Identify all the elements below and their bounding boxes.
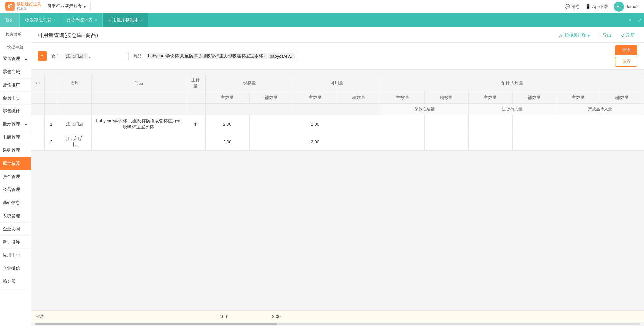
sidebar-item-sys-mgmt[interactable]: 系统管理 <box>0 209 31 223</box>
scrollbar-area <box>31 322 644 326</box>
sidebar-item-finance-mgmt[interactable]: 资金管理 <box>0 170 31 183</box>
col-unit-sub <box>185 92 206 104</box>
warehouse-more-dots[interactable]: ... <box>89 54 93 59</box>
sidebar-item-new-guide[interactable]: 新手引导 <box>0 236 31 249</box>
row1-settings <box>31 115 45 133</box>
org-name: 母婴行业演示账套 <box>47 3 82 9</box>
row2-purchased-main <box>381 133 425 151</box>
col-pending-aux-label: 辅数量 <box>512 92 556 104</box>
sidebar-item-member2[interactable]: 畅会员 <box>0 275 31 288</box>
refresh-icon: ↺ <box>621 33 625 38</box>
template-print-label: 按模板打印 <box>565 32 586 38</box>
search-menu-button[interactable]: 搜索菜单 <box>3 30 28 39</box>
row2-available-main: 2.00 <box>293 133 337 151</box>
row1-purchased-aux <box>425 115 469 133</box>
nav-tab-order-label: 要货单统计表 <box>66 17 93 23</box>
template-print-button[interactable]: 🖨 按模板打印 ▾ <box>556 31 593 40</box>
org-selector[interactable]: 母婴行业演示账套 ▾ <box>44 2 91 11</box>
row2-current-main: 2.00 <box>206 133 250 151</box>
col-unit-header: 主计量 <box>185 74 206 92</box>
close-all-tabs[interactable]: × <box>625 13 635 27</box>
product-filter-group: 商品 babycare学饮杯 儿童防摔防撞吸管杯重力球吸嘴杯宝宝水杯 × bab… <box>133 51 298 61</box>
row1-warehouse: 江北门店 <box>58 115 92 133</box>
product-input[interactable]: babycare学饮杯 儿童防摔防撞吸管杯重力球吸嘴杯宝宝水杯 × babyca… <box>144 51 298 61</box>
nav-tab-home[interactable]: 首页 <box>0 13 20 27</box>
sidebar-item-retail-mall[interactable]: 零售商城 <box>0 65 31 79</box>
row1-production-main <box>556 115 600 133</box>
app-download-action[interactable]: 📱 App下载 <box>585 4 608 10</box>
export-label: 导出 <box>603 32 611 38</box>
filter-expand-button[interactable]: » <box>38 51 47 61</box>
sidebar-search-area: 搜索菜单 <box>0 27 31 42</box>
sidebar-item-retail-mgmt[interactable]: 零售管理 ▲ <box>0 52 31 65</box>
col-product-sub <box>92 92 185 104</box>
sidebar-item-marketing-label: 营销推广 <box>3 82 20 88</box>
sidebar-item-basic-info[interactable]: 基础信息 <box>0 196 31 209</box>
sidebar-item-marketing[interactable]: 营销推广 <box>0 79 31 92</box>
query-button[interactable]: 查询 <box>615 45 637 55</box>
close-tab-order[interactable]: × <box>95 18 97 22</box>
product-tag-1-close[interactable]: × <box>264 54 266 58</box>
sidebar-item-ops-mgmt[interactable]: 经营管理 <box>0 183 31 196</box>
message-action[interactable]: 💬 消息 <box>565 4 580 10</box>
sidebar-item-enterprise[interactable]: 企业协同 <box>0 223 31 236</box>
export-button[interactable]: ↑ 导出 <box>597 31 614 40</box>
scrollbar-thumb[interactable] <box>35 323 277 325</box>
sidebar-item-ecom-mgmt[interactable]: 电商管理 <box>0 131 31 144</box>
quick-nav-button[interactable]: 快捷导航 <box>0 42 31 52</box>
col-available-header: 可用量 <box>293 74 381 92</box>
sidebar-item-app-center[interactable]: 应用中心 <box>0 249 31 262</box>
warehouse-tag-close[interactable]: × <box>84 54 86 58</box>
nav-tab-receive[interactable]: 收发存汇总表 × <box>20 13 61 27</box>
sidebar-item-purchase-mgmt[interactable]: 采购管理 <box>0 144 31 157</box>
product-label: 商品 <box>133 53 142 59</box>
col-current-stock-header: 现存量 <box>206 74 293 92</box>
top-bar-left: 好 畅捷通好生意 标准版 母婴行业演示账套 ▾ <box>5 2 91 11</box>
sidebar-item-member[interactable]: 会员中心 <box>0 92 31 105</box>
app-download-label: App下载 <box>592 4 608 10</box>
sidebar-item-retail-stats[interactable]: 零售统计 <box>0 105 31 118</box>
expand-tabs[interactable]: ⤢ <box>635 13 644 27</box>
col-settings-sub <box>31 92 45 104</box>
home-label: 首页 <box>5 17 14 23</box>
nav-tab-inventory[interactable]: 可用量库存账本 × <box>103 13 148 27</box>
sidebar-item-retail-mgmt-label: 零售管理 <box>3 56 20 62</box>
col-production-header: 产成品待入量 <box>556 104 644 115</box>
col-available-main: 主数量 <box>293 92 337 104</box>
col-settings[interactable]: ⚙ <box>31 74 45 92</box>
col-current-aux: 辅数量 <box>249 92 293 104</box>
row2-available-aux <box>337 133 381 151</box>
col-unit-sub2 <box>185 104 206 115</box>
export-icon: ↑ <box>599 33 602 38</box>
table-footer: 合计 2.00 2.00 <box>31 310 644 322</box>
sidebar-item-retail-stats-label: 零售统计 <box>3 108 20 114</box>
sidebar-item-wholesale-mgmt[interactable]: 批发管理 ▼ <box>0 118 31 131</box>
sidebar-item-inventory-mgmt[interactable]: 库存核算 <box>0 157 31 170</box>
table-row: 1 江北门店 babycare学饮杯 儿童防摔防撞吸管杯重力球吸嘴杯宝宝水杯 个… <box>31 115 644 133</box>
gear-icon: ⚙ <box>36 81 40 86</box>
nav-tab-order[interactable]: 要货单统计表 × <box>61 13 102 27</box>
row1-no: 1 <box>45 115 58 133</box>
horizontal-scrollbar[interactable] <box>35 323 640 325</box>
close-tab-inventory[interactable]: × <box>141 18 143 22</box>
settings-button[interactable]: 设置 <box>615 57 637 67</box>
col-purchased-main-label: 主数量 <box>381 92 425 104</box>
refresh-button[interactable]: ↺ 刷新 <box>618 31 637 40</box>
org-dropdown-icon: ▾ <box>84 4 86 9</box>
close-tab-receive[interactable]: × <box>53 18 55 22</box>
col-production-aux-label: 辅数量 <box>600 92 644 104</box>
user-area[interactable]: Ea demo2 <box>614 2 639 12</box>
col-purchased-aux-label: 辅数量 <box>425 92 469 104</box>
warehouse-input[interactable]: 江北门店 × ... <box>62 51 129 61</box>
col-warehouse-sub2 <box>58 104 92 115</box>
chevron-up-icon: ▲ <box>24 57 28 61</box>
sidebar-item-enterprise-wechat[interactable]: 企业微信 <box>0 262 31 275</box>
col-current-sub2 <box>206 104 293 115</box>
row2-production-aux <box>600 133 644 151</box>
col-warehouse-header: 仓库 <box>58 74 92 92</box>
printer-icon: 🖨 <box>559 33 563 38</box>
col-settings-sub2 <box>31 104 45 115</box>
row1-production-aux <box>600 115 644 133</box>
col-current-main: 主数量 <box>206 92 250 104</box>
row2-product <box>92 133 185 151</box>
